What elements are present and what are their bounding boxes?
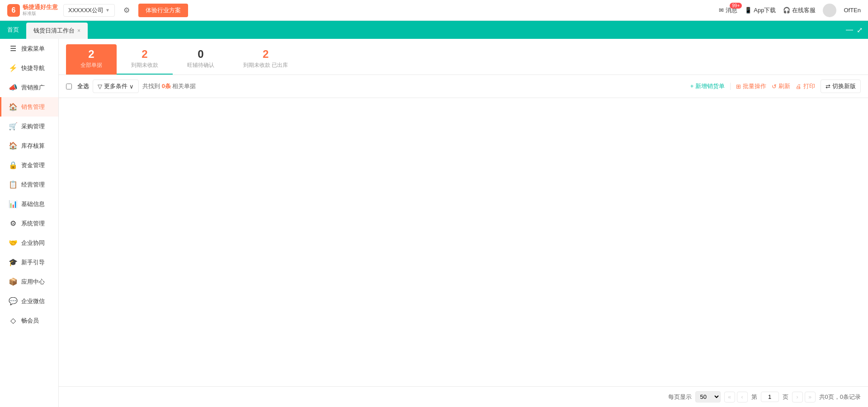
sidebar-item-system[interactable]: ⚙ 系统管理 bbox=[0, 214, 58, 233]
company-selector[interactable]: XXXXXX公司 ▼ bbox=[63, 4, 115, 17]
sidebar-label-quick-nav: 快捷导航 bbox=[21, 64, 45, 72]
filter-icon: ▽ bbox=[98, 83, 102, 90]
print-label: 打印 bbox=[803, 82, 815, 90]
switch-icon: ⇄ bbox=[826, 83, 830, 90]
page-last-button[interactable]: » bbox=[805, 392, 816, 402]
sidebar-item-inventory[interactable]: 🏠 库存核算 bbox=[0, 136, 58, 155]
trial-button[interactable]: 体验行业方案 bbox=[138, 4, 188, 17]
divider1 bbox=[730, 83, 731, 90]
sales-icon: 🏠 bbox=[9, 103, 18, 111]
avatar[interactable] bbox=[823, 4, 836, 17]
online-service-button[interactable]: 🎧 在线客服 bbox=[783, 6, 816, 14]
stat-overdue-out-label: 到期未收款 已出库 bbox=[243, 61, 288, 69]
toolbar-right: + 新增销货单 ⊞ 批量操作 ↺ 刷新 🖨 打印 ⇄ 切换新版 bbox=[690, 80, 861, 93]
page-prev-button[interactable]: ‹ bbox=[737, 392, 748, 402]
sidebar-label-system: 系统管理 bbox=[21, 220, 45, 228]
tab-close-icon[interactable]: × bbox=[77, 28, 80, 34]
quick-nav-icon: ⚡ bbox=[9, 64, 18, 72]
sidebar-label-enterprise: 企业协同 bbox=[21, 239, 45, 247]
page-input[interactable] bbox=[761, 392, 779, 402]
company-arrow-icon: ▼ bbox=[105, 8, 110, 13]
batch-icon: ⊞ bbox=[736, 83, 741, 90]
page-first-button[interactable]: « bbox=[724, 392, 735, 402]
sidebar-item-enterprise[interactable]: 🤝 企业协同 bbox=[0, 233, 58, 253]
sidebar-item-operations[interactable]: 📋 经营管理 bbox=[0, 175, 58, 194]
headset-icon: 🎧 bbox=[783, 7, 790, 14]
stat-tab-all[interactable]: 2 全部单据 bbox=[66, 44, 117, 75]
phone-icon: 📱 bbox=[745, 7, 752, 14]
finance-icon: 🔒 bbox=[9, 161, 18, 169]
filter-button[interactable]: ▽ 更多条件 ∨ bbox=[93, 80, 139, 93]
batch-button[interactable]: ⊞ 批量操作 bbox=[736, 82, 766, 90]
sidebar-item-sales[interactable]: 🏠 销售管理 bbox=[0, 97, 58, 117]
stat-tab-wangwang[interactable]: 0 旺辅待确认 bbox=[173, 44, 229, 75]
sidebar-item-quick-nav[interactable]: ⚡ 快捷导航 bbox=[0, 58, 58, 78]
stats-tabs: 2 全部单据 2 到期未收款 0 旺辅待确认 2 到期未收款 已出库 bbox=[59, 39, 868, 75]
sidebar-item-purchase[interactable]: 🛒 采购管理 bbox=[0, 117, 58, 136]
sidebar-item-search-menu[interactable]: ☰ 搜索菜单 bbox=[0, 39, 58, 58]
member-icon: ◇ bbox=[9, 316, 18, 325]
print-icon: 🖨 bbox=[796, 83, 802, 90]
switch-new-version-button[interactable]: ⇄ 切换新版 bbox=[821, 80, 861, 93]
message-button[interactable]: ✉ 消息 99+ bbox=[719, 6, 737, 14]
sidebar-item-member[interactable]: ◇ 畅会员 bbox=[0, 311, 58, 330]
sidebar-label-guide: 新手引导 bbox=[21, 258, 45, 267]
sidebar-label-operations: 经营管理 bbox=[21, 181, 45, 189]
username: OfTEn bbox=[844, 7, 861, 14]
sidebar-label-app-center: 应用中心 bbox=[21, 278, 45, 286]
table-area bbox=[59, 98, 868, 386]
sidebar-item-wechat[interactable]: 💬 企业微信 bbox=[0, 291, 58, 311]
page-next-button[interactable]: › bbox=[792, 392, 803, 402]
stat-wangwang-count: 0 bbox=[198, 48, 203, 61]
sidebar-item-marketing[interactable]: 📣 营销推广 bbox=[0, 78, 58, 97]
tab-minimize-button[interactable]: — bbox=[846, 26, 853, 34]
tab-active[interactable]: 钱货日清工作台 × bbox=[26, 23, 88, 39]
filter-arrow-icon: ∨ bbox=[129, 83, 134, 90]
filter-label: 更多条件 bbox=[104, 82, 127, 90]
purchase-icon: 🛒 bbox=[9, 122, 18, 131]
select-all-label: 全选 bbox=[77, 82, 89, 90]
page-suffix: 页 bbox=[783, 393, 788, 401]
stat-tab-overdue[interactable]: 2 到期未收款 bbox=[117, 44, 173, 75]
message-badge: 99+ bbox=[730, 3, 742, 9]
logo-icon: 6 bbox=[7, 4, 20, 17]
settings-button[interactable]: ⚙ bbox=[120, 4, 133, 17]
search-menu-icon: ☰ bbox=[9, 44, 18, 53]
marketing-icon: 📣 bbox=[9, 83, 18, 92]
tab-maximize-button[interactable]: ⤢ bbox=[857, 26, 863, 34]
refresh-button[interactable]: ↺ 刷新 bbox=[772, 82, 790, 90]
add-sale-button[interactable]: + 新增销货单 bbox=[690, 82, 725, 90]
toolbar: 全选 ▽ 更多条件 ∨ 共找到 0条 相关单据 + 新增销货单 ⊞ 批量操作 bbox=[59, 75, 868, 98]
stat-overdue-out-count: 2 bbox=[263, 48, 269, 61]
select-all-checkbox[interactable] bbox=[66, 84, 72, 89]
tab-active-label: 钱货日清工作台 bbox=[33, 27, 75, 35]
sidebar-item-app-center[interactable]: 📦 应用中心 bbox=[0, 272, 58, 291]
tab-home-label: 首页 bbox=[7, 26, 19, 34]
add-sale-label: + 新增销货单 bbox=[690, 82, 725, 90]
print-button[interactable]: 🖨 打印 bbox=[796, 82, 815, 90]
logo-text: 畅捷通好生意 bbox=[23, 4, 58, 11]
app-download-button[interactable]: 📱 App下载 bbox=[745, 6, 776, 14]
header-left: 6 畅捷通好生意 标准版 XXXXXX公司 ▼ ⚙ 体验行业方案 bbox=[7, 4, 188, 17]
sidebar-label-marketing: 营销推广 bbox=[21, 84, 45, 92]
sidebar-label-search-menu: 搜索菜单 bbox=[21, 45, 45, 53]
guide-icon: 🎓 bbox=[9, 258, 18, 267]
wechat-icon: 💬 bbox=[9, 297, 18, 305]
sidebar-item-finance[interactable]: 🔒 资金管理 bbox=[0, 155, 58, 175]
found-count: 0条 bbox=[162, 83, 171, 89]
message-icon: ✉ bbox=[719, 7, 724, 14]
sidebar-item-base-info[interactable]: 📊 基础信息 bbox=[0, 194, 58, 214]
header-right: ✉ 消息 99+ 📱 App下载 🎧 在线客服 OfTEn bbox=[719, 4, 861, 17]
tab-bar: 首页 钱货日清工作台 × — ⤢ bbox=[0, 21, 868, 39]
total-info: 共0页，0条记录 bbox=[819, 393, 861, 401]
sidebar-label-inventory: 库存核算 bbox=[21, 142, 45, 150]
refresh-icon: ↺ bbox=[772, 83, 777, 90]
top-header: 6 畅捷通好生意 标准版 XXXXXX公司 ▼ ⚙ 体验行业方案 ✉ 消息 99… bbox=[0, 0, 868, 21]
per-page-select[interactable]: 50 20 100 bbox=[695, 391, 721, 402]
tab-home[interactable]: 首页 bbox=[0, 21, 26, 39]
found-text: 共找到 0条 相关单据 bbox=[142, 82, 196, 90]
sidebar-item-guide[interactable]: 🎓 新手引导 bbox=[0, 253, 58, 272]
batch-label: 批量操作 bbox=[743, 82, 766, 90]
inventory-icon: 🏠 bbox=[9, 141, 18, 150]
stat-tab-overdue-out[interactable]: 2 到期未收款 已出库 bbox=[229, 44, 302, 75]
